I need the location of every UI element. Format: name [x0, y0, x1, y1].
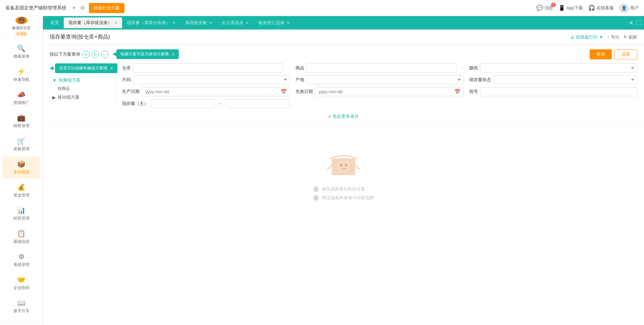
color-label: 颜色 — [469, 65, 478, 71]
expiry-date-calendar-icon[interactable]: 📅 — [454, 89, 460, 94]
sidebar-bottom: ⚙ ◀ — [0, 321, 43, 325]
tooltip2-box: 这里可以创建和修改方案哦 ✕ — [55, 63, 117, 73]
sidebar-item-guide[interactable]: 📖 新手引导 — [3, 295, 40, 317]
sidebar-item-system[interactable]: ⚙ 系统管理 — [3, 249, 40, 271]
tooltip1-box: 电脑方案可设为移动方案哦 ✕ — [116, 49, 179, 59]
guide-icon: 📖 — [17, 299, 25, 307]
tab-expand-btn[interactable]: ⛶ — [636, 20, 641, 26]
mobile-arrow: ▶ — [52, 95, 56, 100]
stock-status-select[interactable] — [493, 75, 637, 84]
sidebar-item-inventory[interactable]: 📦 库存核算 — [3, 157, 40, 178]
stock-main-from[interactable] — [150, 99, 215, 108]
logo-tag: 标题版 — [15, 31, 28, 37]
export-btn[interactable]: ↑ 导出 — [607, 34, 620, 40]
tab-stock-status[interactable]: 现存量（库存状况表） ✕ — [64, 17, 122, 28]
sidebar-item-operations[interactable]: 📊 经营管理 — [3, 203, 40, 225]
support-label: 在线客服 — [596, 5, 614, 11]
tab-close-icon[interactable]: ✕ — [246, 20, 249, 25]
prod-date-calendar-icon[interactable]: 📅 — [281, 89, 286, 94]
filter-color: 颜色 — [469, 63, 637, 72]
tab-label: 现存量（库存分布表） — [127, 20, 170, 26]
message-action[interactable]: 💬 消息 6 — [536, 5, 553, 11]
sidebar-item-sales[interactable]: 💼 销售管理 — [3, 110, 40, 132]
warehouse-dots[interactable]: ··· — [286, 65, 290, 71]
support-action[interactable]: 🎧 在线客服 — [588, 5, 614, 11]
print-btn[interactable]: 🖨 按模板打印 ▼ — [570, 34, 603, 40]
message-badge: 6 — [551, 3, 556, 7]
tab-batch[interactable]: 库存批次账 ✕ — [180, 17, 217, 28]
size-select[interactable] — [133, 75, 290, 84]
sidebar-item-purchase[interactable]: 🛒 采购管理 — [3, 133, 40, 155]
empty-illustration — [325, 147, 362, 177]
goods-label: 商品 — [296, 65, 304, 71]
tab-label: 出入库流水 — [222, 20, 244, 26]
filter-origin: 产地 — [296, 75, 464, 84]
origin-select[interactable] — [306, 75, 464, 84]
tooltip1-close[interactable]: ✕ — [171, 52, 175, 57]
svg-point-1 — [337, 160, 350, 172]
tab-close-icon[interactable]: ✕ — [172, 20, 176, 25]
expiry-date-input[interactable] — [319, 89, 453, 94]
filter-batch: 批号 — [469, 87, 637, 96]
color-select[interactable] — [480, 63, 637, 72]
scheme-desktop-item[interactable]: 按商品 — [55, 85, 114, 93]
tooltip2-arrow — [50, 66, 54, 70]
batch-input[interactable] — [480, 87, 637, 96]
settings-icon[interactable]: ⚙ — [80, 5, 85, 11]
marketing-icon: 📣 — [17, 91, 25, 99]
sidebar-item-marketing[interactable]: 📣 营销推广 — [3, 87, 40, 109]
tab-close-all-btn[interactable]: ✕ — [629, 20, 633, 26]
filter-stock-main: 现存量（主） — — [122, 99, 290, 108]
collapse-btn[interactable]: ∧ 收起更多条件 — [50, 111, 637, 122]
system-title: 装备及固定资产辅助管理系统 — [5, 5, 66, 11]
batch-label: 批号 — [469, 89, 478, 95]
filter-label-section: 按以下方案查询 + ↻ ← — [50, 49, 108, 58]
user-action[interactable]: 👤 用户 — [619, 3, 639, 13]
stock-main-to[interactable] — [226, 99, 290, 108]
tab-home[interactable]: 首页 — [46, 17, 64, 28]
filter-warehouse: 仓库 ··· — [122, 63, 290, 72]
sidebar-item-nav[interactable]: ⚡ 快速导航 — [3, 64, 40, 86]
refresh-btn[interactable]: ↻ 刷新 — [624, 34, 637, 40]
sidebar-item-collab[interactable]: 🤝 企业协同 — [3, 272, 40, 294]
sidebar-item-search[interactable]: 🔍 搜索菜单 — [3, 41, 40, 63]
tab-stock-dist[interactable]: 现存量（库存分布表） ✕ — [122, 17, 180, 28]
sidebar-item-base[interactable]: 📋 基础信息 — [3, 226, 40, 248]
purchase-icon: 🛒 — [17, 137, 25, 145]
sidebar-nav: 🔍 搜索菜单 ⚡ 快速导航 📣 营销推广 💼 销售管理 🛒 采购管理 — [0, 38, 43, 321]
refresh-scheme-btn[interactable]: ↻ — [92, 51, 99, 58]
tab-close-icon[interactable]: ✕ — [114, 20, 117, 25]
size-label: 尺码 — [122, 77, 131, 83]
top-bar-right: 💬 消息 6 📱 App下载 🎧 在线客服 👤 用户 — [536, 3, 639, 13]
tab-summary[interactable]: 收发存汇总表 ✕ — [254, 17, 294, 28]
sidebar-item-finance[interactable]: 💰 资金管理 — [3, 180, 40, 202]
filter-expiry-date: 失效日期 📅 — [296, 87, 464, 96]
tab-close-icon[interactable]: ✕ — [286, 20, 290, 25]
empty-steps: 1 请先选择要分析的方案 2 用过滤条件来缩小分析范围 — [313, 186, 374, 201]
scheme-mobile[interactable]: ▶ 移动端方案 — [50, 93, 114, 102]
scheme-desktop[interactable]: ▼ 电脑端方案 — [50, 76, 114, 85]
empty-svg — [325, 147, 362, 177]
page-header: 现存量查询(按仓库+商品) 🖨 按模板打印 ▼ ↑ 导出 — [43, 30, 644, 45]
tooltip1-container: 电脑方案可设为移动方案哦 ✕ — [112, 49, 179, 59]
goods-input[interactable] — [306, 63, 457, 72]
add-scheme-btn[interactable]: + — [82, 51, 90, 58]
prod-date-label: 生产日期 — [122, 89, 140, 95]
reset-button[interactable]: 设置 — [614, 49, 637, 59]
tab-close-icon[interactable]: ✕ — [209, 20, 212, 25]
empty-step-2: 2 用过滤条件来缩小分析范围 — [313, 195, 374, 201]
tooltip2-close[interactable]: ✕ — [110, 66, 113, 71]
app-download-action[interactable]: 📱 App下载 — [558, 5, 583, 11]
search-icon: 🔍 — [17, 44, 25, 52]
sidebar-item-label: 快速导航 — [13, 77, 30, 83]
trial-button[interactable]: 体验行业方案 — [89, 3, 124, 13]
goods-dots[interactable]: ··· — [459, 65, 464, 71]
tab-flow[interactable]: 出入库流水 ✕ — [217, 17, 254, 28]
search-button[interactable]: 查询 — [590, 49, 612, 59]
tooltip2-container: 这里可以创建和修改方案哦 ✕ — [50, 63, 114, 73]
back-scheme-btn[interactable]: ← — [101, 51, 108, 58]
prod-date-input[interactable] — [145, 89, 279, 94]
filter-row3: 生产日期 📅 失效日期 — [122, 87, 637, 96]
warehouse-input[interactable] — [133, 63, 284, 72]
step-num-2: 2 — [313, 195, 319, 201]
